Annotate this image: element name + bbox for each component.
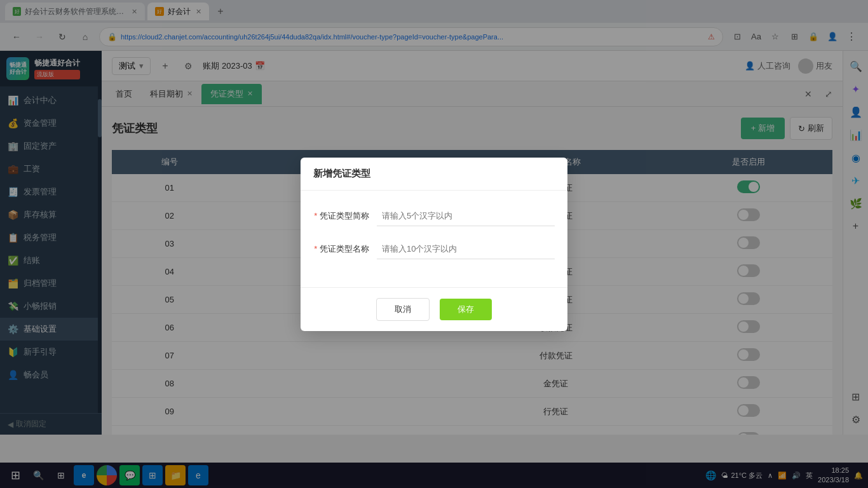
- modal-title: 新增凭证类型: [313, 168, 370, 180]
- full-name-label-text: 凭证类型名称: [320, 244, 369, 254]
- modal-footer: 取消 保存: [301, 287, 567, 331]
- short-name-input[interactable]: [377, 206, 555, 226]
- short-name-label-text: 凭证类型简称: [320, 211, 369, 220]
- full-name-input[interactable]: [377, 239, 555, 259]
- form-row-full: * 凭证类型名称: [313, 239, 555, 259]
- modal-overlay: 新增凭证类型 * 凭证类型简称 * 凭证类型名称 取消 保存: [0, 0, 868, 488]
- modal-dialog: 新增凭证类型 * 凭证类型简称 * 凭证类型名称 取消 保存: [301, 158, 567, 331]
- cancel-button[interactable]: 取消: [376, 298, 430, 321]
- modal-body: * 凭证类型简称 * 凭证类型名称: [301, 191, 567, 287]
- modal-header: 新增凭证类型: [301, 158, 567, 191]
- required-star-1: *: [314, 211, 317, 220]
- form-row-short: * 凭证类型简称: [313, 206, 555, 226]
- short-name-label: * 凭证类型简称: [313, 210, 377, 222]
- full-name-label: * 凭证类型名称: [313, 243, 377, 255]
- required-star-2: *: [314, 244, 317, 254]
- save-button[interactable]: 保存: [440, 299, 492, 320]
